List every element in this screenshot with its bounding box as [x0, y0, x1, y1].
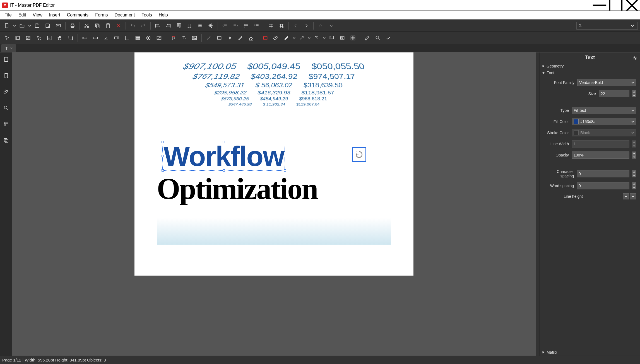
find-tool-icon[interactable] — [373, 33, 382, 43]
signature-field-icon[interactable] — [154, 33, 164, 43]
word-spacing-input[interactable] — [577, 182, 629, 189]
align-center-v-icon[interactable] — [195, 21, 205, 30]
line-height-plus[interactable]: + — [630, 193, 636, 199]
thumbnails-icon[interactable] — [2, 55, 10, 64]
line-height-minus[interactable]: − — [623, 193, 629, 199]
highlighter-tool-icon[interactable] — [282, 33, 291, 43]
checkbox-field-icon[interactable] — [101, 33, 111, 43]
combobox-field-icon[interactable] — [133, 33, 143, 43]
pages-icon[interactable] — [2, 136, 10, 144]
print-icon[interactable] — [68, 21, 77, 30]
new-file-icon[interactable] — [2, 21, 12, 30]
list-icon[interactable] — [241, 21, 251, 30]
menu-insert[interactable]: Insert — [46, 11, 64, 19]
line-tool-icon[interactable] — [204, 33, 213, 43]
new-file-dropdown[interactable] — [13, 24, 16, 27]
stepper-up-icon[interactable] — [632, 90, 636, 94]
optimization-text[interactable]: Optimization — [157, 172, 391, 206]
arrow-tool-icon[interactable] — [297, 33, 306, 43]
menu-help[interactable]: Help — [155, 11, 171, 19]
align-right-icon[interactable] — [163, 21, 173, 30]
section-geometry-header[interactable]: Geometry — [540, 63, 640, 69]
indent-left-icon[interactable] — [220, 21, 230, 30]
resize-handle-bl[interactable] — [162, 169, 164, 172]
document-tab[interactable]: IT ✕ — [1, 44, 16, 52]
button-field-icon[interactable] — [91, 33, 100, 43]
search-input[interactable] — [584, 23, 631, 28]
snap-grid-icon[interactable] — [277, 21, 286, 30]
measure-tool-icon[interactable] — [312, 33, 321, 43]
stamp-tool-icon[interactable] — [338, 33, 347, 43]
search-panel-icon[interactable] — [2, 104, 10, 112]
stepper-up-icon[interactable] — [632, 182, 636, 186]
selected-text-box[interactable]: Workflow — [162, 142, 285, 171]
undo-icon[interactable] — [128, 21, 138, 30]
font-size-input[interactable] — [599, 90, 629, 97]
bookmarks-icon[interactable] — [2, 71, 10, 80]
save-icon[interactable] — [32, 21, 42, 30]
delete-icon[interactable] — [114, 21, 123, 30]
menu-document[interactable]: Document — [111, 11, 138, 19]
fill-color-select[interactable]: #153d8a — [572, 118, 636, 125]
form-icon[interactable] — [45, 33, 54, 43]
ellipse-tool-icon[interactable] — [225, 33, 235, 43]
resize-handle-bm[interactable] — [223, 169, 225, 172]
char-spacing-stepper[interactable] — [632, 170, 636, 177]
prev-page-icon[interactable] — [291, 21, 300, 30]
prev-view-icon[interactable] — [316, 21, 325, 30]
stepper-down-icon[interactable] — [632, 174, 636, 177]
arrow-dropdown[interactable] — [307, 37, 311, 39]
next-page-icon[interactable] — [302, 21, 311, 30]
attachment-tool-icon[interactable] — [271, 33, 281, 43]
pointer-tool-icon[interactable] — [2, 33, 12, 43]
type-select[interactable]: Fill text — [572, 107, 636, 114]
open-file-dropdown[interactable] — [28, 24, 31, 27]
menu-comments[interactable]: Comments — [64, 11, 92, 19]
redact-tool-icon[interactable] — [362, 33, 372, 43]
measure-dropdown[interactable] — [323, 37, 326, 39]
copy-icon[interactable] — [93, 21, 102, 30]
resize-handle-tm[interactable] — [223, 141, 225, 143]
pdf-page[interactable]: $907,100.05$005,049.45$050,055.50 $767,1… — [134, 52, 413, 276]
highlighter-dropdown[interactable] — [292, 37, 296, 39]
paste-icon[interactable] — [103, 21, 113, 30]
menu-view[interactable]: View — [29, 11, 45, 19]
next-view-icon[interactable] — [326, 21, 336, 30]
menu-tools[interactable]: Tools — [138, 11, 155, 19]
note-tool-icon[interactable] — [261, 33, 270, 43]
rectangle-tool-icon[interactable] — [215, 33, 224, 43]
text-tool-icon[interactable] — [179, 33, 189, 43]
pencil-tool-icon[interactable] — [236, 33, 245, 43]
resize-handle-tr[interactable] — [284, 141, 286, 143]
email-icon[interactable] — [54, 21, 63, 30]
stepper-down-icon[interactable] — [632, 186, 636, 189]
save-as-icon[interactable] — [43, 21, 52, 30]
menu-edit[interactable]: Edit — [15, 11, 30, 19]
eraser-tool-icon[interactable] — [246, 33, 256, 43]
image-tool-icon[interactable] — [190, 33, 199, 43]
section-matrix-header[interactable]: Matrix — [540, 349, 640, 356]
resize-handle-br[interactable] — [284, 169, 286, 172]
cut-icon[interactable] — [82, 21, 92, 30]
stepper-down-icon[interactable] — [632, 94, 636, 97]
callout-tool-icon[interactable] — [327, 33, 336, 43]
grid-icon[interactable] — [266, 21, 276, 30]
redo-icon[interactable] — [139, 21, 148, 30]
select-area-icon[interactable] — [66, 33, 75, 43]
initials-tool-icon[interactable] — [348, 33, 358, 43]
hand-tool-icon[interactable] — [55, 33, 65, 43]
canvas-scroll-area[interactable]: $907,100.05$005,049.45$050,055.50 $767,1… — [12, 52, 536, 356]
menu-file[interactable]: File — [1, 11, 15, 19]
opacity-stepper[interactable] — [632, 151, 636, 159]
apply-tool-icon[interactable] — [384, 33, 393, 43]
panel-settings-icon[interactable] — [632, 55, 638, 61]
textbox-icon[interactable] — [80, 33, 90, 43]
align-left-icon[interactable] — [153, 21, 162, 30]
tab-close-icon[interactable]: ✕ — [10, 46, 13, 50]
list2-icon[interactable] — [252, 21, 261, 30]
minimize-button[interactable] — [591, 0, 608, 11]
edit-object-icon[interactable] — [34, 33, 44, 43]
layers-icon[interactable] — [2, 120, 10, 128]
resize-handle-mr[interactable] — [284, 155, 286, 157]
align-center-h-icon[interactable] — [206, 21, 215, 30]
